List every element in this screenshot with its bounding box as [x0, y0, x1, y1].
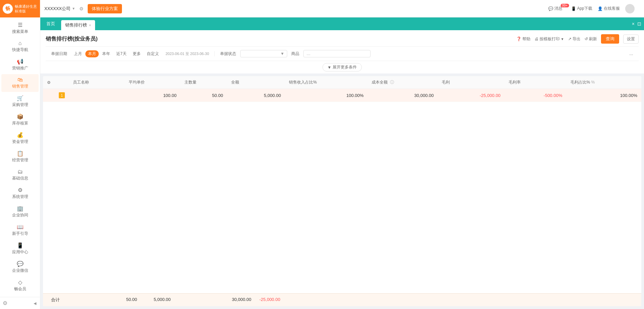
sidebar-item-system[interactable]: ⚙ 系统管理: [1, 184, 39, 202]
company-name: XXXXXX公司: [44, 6, 71, 12]
sidebar-item-guide[interactable]: 📖 新手引导: [1, 221, 39, 239]
tabs-right: × ⊡: [632, 21, 643, 27]
footer-label: 合计: [47, 297, 74, 303]
operation-icon: 📋: [17, 150, 24, 157]
date-tab-prev-month[interactable]: 上月: [71, 50, 85, 57]
date-tab-custom[interactable]: 自定义: [144, 50, 162, 57]
sidebar-settings-icon[interactable]: ⚙: [3, 300, 7, 306]
row-rank: 1: [55, 89, 69, 102]
col-settings[interactable]: ⚙: [43, 76, 55, 89]
settings-button[interactable]: 设置: [623, 35, 639, 44]
guide-icon: 📖: [17, 224, 24, 230]
inventory-icon: 📦: [17, 113, 24, 120]
tab-close-window-icon[interactable]: ×: [632, 21, 635, 27]
sidebar-collapse-icon[interactable]: ◄: [33, 301, 37, 306]
sidebar-item-appcenter[interactable]: 📱 应用中心: [1, 240, 39, 258]
export-btn[interactable]: ↗ 导出: [568, 36, 581, 42]
sidebar-logo: 畅 畅康通好生意 标准版: [0, 0, 40, 17]
sidebar-item-marketing[interactable]: 📢 营销推广: [1, 56, 39, 74]
help-btn[interactable]: ❓ 帮助: [516, 36, 530, 42]
goods-input[interactable]: …: [303, 50, 371, 57]
basicinfo-icon: 🗂: [17, 169, 23, 175]
sidebar-item-quicknav[interactable]: ⌂ 快捷导航: [1, 38, 39, 55]
print-btn[interactable]: 🖨 按模板打印 ▼: [534, 36, 564, 42]
export-icon: ↗: [568, 37, 571, 41]
sidebar-item-basicinfo[interactable]: 🗂 基础信息: [1, 166, 39, 184]
avatar[interactable]: [625, 4, 635, 13]
row-sales-ratio: 100.00%: [285, 89, 368, 102]
expand-conditions-btn[interactable]: ▼ 展开更多条件: [323, 63, 362, 71]
app-label: App下载: [577, 6, 592, 11]
col-cost: 成本全额 ⓘ: [368, 76, 438, 89]
col-avg-price: 平均单价: [125, 76, 180, 89]
refresh-btn[interactable]: ↺ 刷新: [585, 36, 597, 42]
footer-quantity: [74, 297, 114, 303]
row-quantity: 50.00: [180, 89, 227, 102]
filter-divider: [214, 51, 215, 56]
online-service-btn[interactable]: 👤 在线客服: [598, 6, 620, 11]
status-select-arrow-icon: ▼: [280, 51, 284, 56]
app-download-btn[interactable]: 📱 App下载: [571, 6, 592, 11]
row-gross-ratio: 100.00%: [566, 89, 641, 102]
print-icon: 🖨: [534, 37, 539, 41]
sidebar-item-member[interactable]: ◇ 畅会员: [1, 276, 39, 295]
date-tab-7days[interactable]: 近7天: [114, 50, 129, 57]
row-settings: [43, 89, 55, 102]
sidebar-item-operation[interactable]: 📋 经营管理: [1, 148, 39, 166]
company-selector[interactable]: XXXXXX公司 ▼: [44, 6, 75, 12]
trial-button[interactable]: 体验行业方案: [88, 4, 122, 13]
marketing-icon: 📢: [17, 58, 24, 65]
topbar-settings-icon[interactable]: ⚙: [79, 6, 84, 11]
date-tab-this-month[interactable]: 本月: [85, 50, 99, 57]
tab-close-icon[interactable]: ×: [89, 23, 91, 27]
sidebar-item-search[interactable]: ☰ 搜索菜单: [1, 19, 39, 37]
sidebar-item-finance[interactable]: 💰 资金管理: [1, 129, 39, 147]
query-button[interactable]: 查询: [601, 34, 619, 44]
filter-more-btn[interactable]: …: [629, 51, 633, 56]
enterprise-icon: 🏢: [17, 205, 24, 212]
table-area: ⚙ 员工名称 平均单价 主数量 全额 销售收入占比% 成本全额 ⓘ 毛利: [43, 76, 641, 306]
sidebar-item-wechat[interactable]: 💬 企业微信: [1, 258, 39, 276]
tab-home[interactable]: 首页: [42, 17, 60, 30]
sidebar-item-purchase[interactable]: 🛒 采购管理: [1, 92, 39, 110]
app-icon: 📱: [571, 6, 576, 11]
quicknav-icon: ⌂: [18, 40, 22, 46]
status-select[interactable]: ▼: [240, 50, 287, 57]
footer-cost: 30,000.00: [215, 297, 255, 303]
wechat-icon: 💬: [17, 261, 24, 267]
print-arrow-icon: ▼: [561, 37, 564, 41]
sidebar-item-enterprise[interactable]: 🏢 企业协同: [1, 203, 39, 221]
status-filter-label: 单据状态: [220, 51, 236, 57]
topbar-right: 💬 消息 99+ 📱 App下载 👤 在线客服: [548, 4, 640, 13]
data-table: ⚙ 员工名称 平均单价 主数量 全额 销售收入占比% 成本全额 ⓘ 毛利: [43, 76, 641, 102]
tabs-bar: 首页 销售排行榜 × × ⊡: [40, 17, 644, 30]
sidebar-item-sales[interactable]: 🛍 销售管理: [1, 74, 39, 92]
date-tab-more[interactable]: 更多: [130, 50, 143, 57]
sidebar-item-inventory[interactable]: 📦 库存核算: [1, 111, 39, 129]
row-gross-rate: -500.00%: [505, 89, 566, 102]
purchase-icon: 🛒: [17, 95, 24, 101]
col-rank: [55, 76, 69, 89]
col-name: 员工名称: [69, 76, 125, 89]
finance-icon: 💰: [17, 132, 24, 138]
logo-text: 畅康通好生意 标准版: [15, 4, 37, 14]
col-settings-icon: ⚙: [47, 80, 51, 85]
message-btn[interactable]: 💬 消息 99+: [548, 6, 566, 11]
row-cost: 30,000.00: [368, 89, 438, 102]
message-badge: 99+: [561, 4, 569, 7]
row-name: [69, 89, 125, 102]
sales-icon: 🛍: [17, 77, 23, 83]
sidebar: 畅 畅康通好生意 标准版 ☰ 搜索菜单 ⌂ 快捷导航 📢 营销推广 🛍 销售管理…: [0, 0, 40, 309]
tab-sales-ranking[interactable]: 销售排行榜 ×: [61, 20, 95, 30]
system-icon: ⚙: [18, 187, 23, 193]
goods-filter-label: 商品: [291, 51, 299, 57]
date-tab-this-year[interactable]: 本年: [99, 50, 113, 57]
date-range-display: 2023-06-01 至 2023-06-30: [166, 51, 209, 56]
col-gross: 毛利: [438, 76, 505, 89]
date-tabs: 上月 本月 本年 近7天 更多 自定义: [71, 50, 162, 57]
refresh-icon: ↺: [585, 37, 588, 41]
cost-info-icon[interactable]: ⓘ: [390, 80, 394, 85]
page-title: 销售排行榜(按业务员): [46, 36, 98, 43]
help-icon: ❓: [516, 37, 521, 41]
tab-maximize-icon[interactable]: ⊡: [637, 21, 641, 27]
